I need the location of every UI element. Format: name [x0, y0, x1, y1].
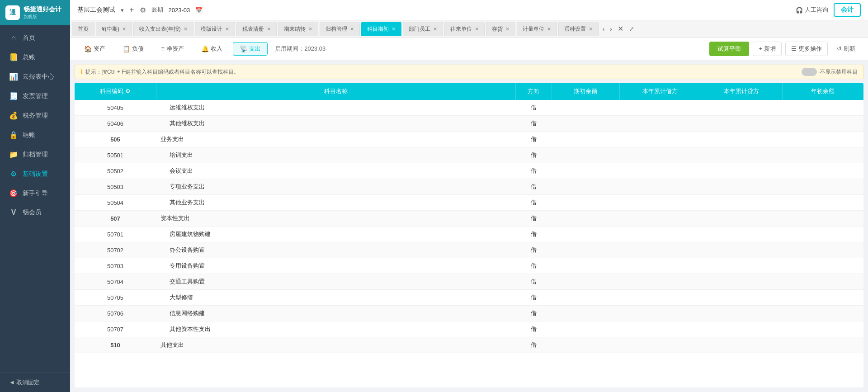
tabs-next-btn[interactable]: ›	[607, 24, 615, 33]
sidebar-item-close[interactable]: 🔒 结账	[0, 125, 70, 145]
sidebar-item-invoice[interactable]: 🧾 发票管理	[0, 86, 70, 106]
more-btn[interactable]: ☰ 更多操作	[785, 42, 828, 56]
cell-name: 房屋建筑物购建	[156, 227, 515, 242]
tab-subjectperiod[interactable]: 科目期初 ✕	[361, 22, 401, 36]
table-row[interactable]: 50405 运维维权支出 借	[75, 100, 863, 116]
sidebar-item-archive[interactable]: 📁 归档管理	[0, 145, 70, 164]
tab-yearend[interactable]: 期末结转 ✕	[278, 22, 318, 36]
sidebar-item-member[interactable]: V 畅会员	[0, 203, 70, 222]
disabled-toggle[interactable]: 不显示禁用科目	[802, 68, 858, 76]
tab-currency[interactable]: 币种设置 ✕	[558, 22, 599, 36]
expense-btn[interactable]: 📡 支出	[233, 42, 268, 56]
tabs-expand-btn[interactable]: ⤢	[626, 24, 637, 33]
cell-code: 50503	[75, 179, 156, 195]
table-row[interactable]: 50702 办公设备购置 借	[75, 242, 863, 258]
table-row[interactable]: 50704 交通工具购置 借	[75, 274, 863, 290]
tab-close-icon[interactable]: ✕	[589, 26, 593, 32]
tab-dept[interactable]: 部门员工 ✕	[403, 22, 443, 36]
tab-close-icon[interactable]: ✕	[122, 26, 126, 32]
tab-inventory[interactable]: 存货 ✕	[486, 22, 515, 36]
sidebar-item-guide[interactable]: 🎯 新手引导	[0, 184, 70, 203]
tab-close-icon[interactable]: ✕	[350, 26, 354, 32]
refresh-btn[interactable]: ↺ 刷新	[831, 42, 861, 56]
data-table: 50405 运维维权支出 借 50406 其他维权支出 借 505 业务支出 借…	[75, 100, 863, 353]
table-row[interactable]: 50502 会议支出 借	[75, 163, 863, 179]
sidebar-item-reports[interactable]: 📊 云报表中心	[0, 67, 70, 86]
liability-btn[interactable]: 📋 负债	[116, 42, 151, 56]
account-btn[interactable]: 会计	[834, 3, 861, 17]
add-company-btn[interactable]: +	[129, 5, 134, 15]
sidebar-item-label: 税务管理	[23, 112, 48, 120]
cell-code: 50405	[75, 100, 156, 116]
cell-name: 其他维权支出	[156, 116, 515, 132]
tab-close-icon[interactable]: ✕	[475, 26, 479, 32]
sidebar-item-label: 新手引导	[23, 189, 48, 198]
sidebar-item-ledger[interactable]: 📒 总账	[0, 47, 70, 67]
collapse-btn[interactable]: ◄ 取消固定	[0, 373, 70, 392]
table-row[interactable]: 50503 专项业务支出 借	[75, 179, 863, 195]
tab-income[interactable]: 收入支出表(年报) ✕	[133, 22, 193, 36]
tab-close-icon[interactable]: ✕	[392, 26, 396, 32]
table-row[interactable]: 50705 大型修缮 借	[75, 290, 863, 306]
header-right: 🎧 人工咨询 会计	[796, 3, 861, 17]
cell-dir: 借	[515, 337, 552, 353]
asset-btn[interactable]: 🏠 资产	[77, 42, 112, 56]
table-row[interactable]: 50701 房屋建筑物购建 借	[75, 227, 863, 242]
service-btn[interactable]: 🎧 人工咨询	[796, 6, 828, 14]
table-row[interactable]: 50703 专用设备购置 借	[75, 258, 863, 274]
tab-label: 币种设置	[564, 25, 586, 33]
balance-btn[interactable]: 试算平衡	[709, 42, 749, 56]
header-settings-icon[interactable]: ⚙	[140, 6, 146, 14]
table-row[interactable]: 50406 其他维权支出 借	[75, 116, 863, 132]
tab-archive[interactable]: 归档管理 ✕	[320, 22, 360, 36]
table-row[interactable]: 510 其他支出 借	[75, 337, 863, 353]
cell-credit	[701, 147, 782, 163]
tab-close-icon[interactable]: ✕	[267, 26, 271, 32]
tabs-prev-btn[interactable]: ‹	[600, 24, 608, 33]
cell-balance	[552, 116, 619, 132]
table-row[interactable]: 50706 信息网络购建 借	[75, 306, 863, 321]
service-label: 人工咨询	[805, 6, 828, 14]
sidebar-item-tax[interactable]: 💰 税务管理	[0, 106, 70, 125]
tab-template[interactable]: 模版设计 ✕	[195, 22, 235, 36]
toggle-switch[interactable]	[802, 68, 817, 76]
col-header-code: 科目编码 ⚙	[75, 83, 156, 100]
table-row[interactable]: 50707 其他资本性支出 借	[75, 321, 863, 337]
tab-partner[interactable]: 往来单位 ✕	[444, 22, 485, 36]
add-btn[interactable]: + 新增	[753, 42, 782, 56]
sidebar-item-label: 总账	[23, 53, 35, 61]
calendar-icon[interactable]: 📅	[195, 7, 203, 14]
cell-year-balance	[782, 211, 863, 227]
tab-mid[interactable]: ¥(中期) ✕	[96, 22, 132, 36]
table-row[interactable]: 505 业务支出 借	[75, 132, 863, 147]
column-settings-icon[interactable]: ⚙	[125, 88, 131, 94]
tab-unit[interactable]: 计量单位 ✕	[517, 22, 557, 36]
tab-close-icon[interactable]: ✕	[225, 26, 229, 32]
tabs-close-all-btn[interactable]: ✕	[615, 24, 626, 34]
table-row[interactable]: 507 资本性支出 借	[75, 211, 863, 227]
net-asset-btn[interactable]: ≡ 净资产	[154, 42, 191, 56]
sidebar-item-settings[interactable]: ⚙ 基础设置	[0, 164, 70, 184]
company-name: 基层工会测试	[77, 6, 115, 14]
col-header-debit: 本年累计借方	[619, 83, 701, 100]
table-row[interactable]: 50501 培训支出 借	[75, 147, 863, 163]
tab-label: 收入支出表(年报)	[139, 25, 181, 33]
col-header-balance: 期初余额	[552, 83, 619, 100]
table-row[interactable]: 50504 其他业务支出 借	[75, 195, 863, 211]
tab-close-icon[interactable]: ✕	[505, 26, 509, 32]
tab-close-icon[interactable]: ✕	[184, 26, 188, 32]
tab-close-icon[interactable]: ✕	[433, 26, 437, 32]
cell-name: 其他支出	[156, 337, 515, 353]
tab-taxform[interactable]: 税表清册 ✕	[236, 22, 277, 36]
income-btn[interactable]: 🔔 收入	[194, 42, 229, 56]
company-dropdown[interactable]: ▾	[121, 7, 124, 14]
sidebar-item-home[interactable]: ⌂ 首页	[0, 28, 70, 47]
cell-debit	[619, 258, 701, 274]
tab-close-icon[interactable]: ✕	[308, 26, 312, 32]
tab-home[interactable]: 首页	[72, 22, 94, 36]
cell-debit	[619, 290, 701, 306]
cell-debit	[619, 242, 701, 258]
cell-year-balance	[782, 132, 863, 147]
cell-year-balance	[782, 147, 863, 163]
tab-close-icon[interactable]: ✕	[547, 26, 551, 32]
